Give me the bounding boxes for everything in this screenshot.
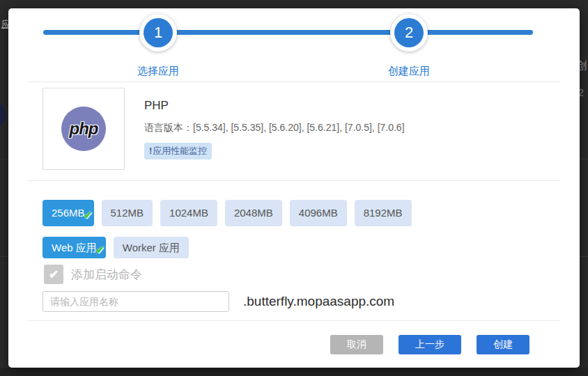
selected-app-card: php <box>42 88 125 170</box>
divider <box>28 320 560 321</box>
memory-option-4096mb[interactable]: 4096MB <box>290 200 347 226</box>
app-type-label: Worker 应用 <box>123 242 180 253</box>
previous-step-button[interactable]: 上一步 <box>399 335 461 354</box>
checkbox-check-icon: ✔ <box>49 267 59 282</box>
background-avatar-fragment <box>0 101 6 129</box>
memory-option-label: 2048MB <box>234 207 273 219</box>
app-type-web[interactable]: Web 应用 ✔ <box>42 237 106 258</box>
memory-option-8192mb[interactable]: 8192MB <box>355 200 412 226</box>
app-name-title: PHP <box>144 99 405 113</box>
app-type-worker[interactable]: Worker 应用 <box>114 237 189 258</box>
badge-label: 应用性能监控 <box>153 146 207 156</box>
startup-command-checkbox[interactable]: ✔ <box>44 265 63 284</box>
step-number-badge: 2 <box>394 18 424 47</box>
app-name-input[interactable] <box>42 291 229 312</box>
step-number-badge: 1 <box>144 18 173 47</box>
app-type-options: Web 应用 ✔ Worker 应用 <box>42 237 189 258</box>
stepper-step-select-app[interactable]: 1 选择应用 <box>109 14 207 78</box>
step-label: 选择应用 <box>137 65 179 78</box>
memory-option-label: 512MB <box>111 207 144 219</box>
step-circle-ring: 2 <box>390 14 428 52</box>
memory-option-2048mb[interactable]: 2048MB <box>225 200 282 226</box>
memory-option-512mb[interactable]: 512MB <box>102 200 153 226</box>
app-info: PHP 语言版本：[5.5.34], [5.5.35], [5.6.20], [… <box>144 99 405 159</box>
app-name-row: .butterfly.mopaasapp.com <box>42 291 394 312</box>
create-app-modal: 1 选择应用 2 创建应用 php PHP 语言版本：[5.5.34], [5.… <box>8 8 580 368</box>
performance-monitor-badge: !应用性能监控 <box>144 143 212 159</box>
divider <box>28 180 560 181</box>
memory-option-label: 1024MB <box>169 207 208 219</box>
background-bottom-strip <box>0 368 588 376</box>
memory-option-label: 8192MB <box>364 207 403 219</box>
selected-check-icon: ✔ <box>95 239 105 260</box>
app-versions-text: 语言版本：[5.5.34], [5.5.35], [5.6.20], [5.6.… <box>144 122 405 134</box>
php-logo-icon: php <box>61 107 106 151</box>
exclamation-icon: ! <box>149 146 152 156</box>
memory-option-label: 256MB <box>52 207 85 219</box>
modal-footer: 取消 上一步 创建 <box>330 335 529 354</box>
memory-option-label: 4096MB <box>299 207 338 219</box>
domain-suffix-text: .butterfly.mopaasapp.com <box>243 294 394 309</box>
memory-size-options: 256MB ✔ 512MB 1024MB 2048MB 4096MB 8192M… <box>42 200 412 226</box>
stepper-step-create-app[interactable]: 2 创建应用 <box>360 14 458 78</box>
cancel-button[interactable]: 取消 <box>330 335 383 354</box>
selected-check-icon: ✔ <box>84 202 93 228</box>
startup-command-row: ✔ 添加启动命令 <box>44 265 142 284</box>
create-button[interactable]: 创建 <box>477 335 529 354</box>
memory-option-256mb[interactable]: 256MB ✔ <box>42 200 94 226</box>
app-type-label: Web 应用 <box>52 242 97 253</box>
step-circle-ring: 1 <box>139 14 177 52</box>
divider <box>28 81 560 82</box>
startup-command-label: 添加启动命令 <box>71 267 142 283</box>
memory-option-1024mb[interactable]: 1024MB <box>160 200 217 226</box>
step-label: 创建应用 <box>388 65 430 78</box>
